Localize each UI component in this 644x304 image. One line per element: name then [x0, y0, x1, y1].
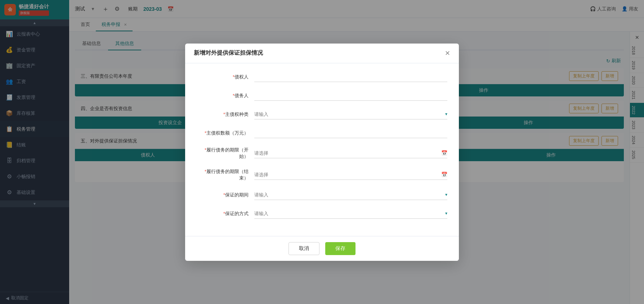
modal-footer: 取消 保存	[185, 236, 459, 261]
creditor-label: *债权人	[197, 74, 254, 80]
modal-close-button[interactable]: ✕	[445, 49, 450, 57]
guarantee-period-arrow-icon: ▾	[445, 192, 447, 197]
form-field-claim-type: *主债权种类 ▾	[197, 109, 447, 119]
cancel-button[interactable]: 取消	[289, 242, 319, 255]
guarantee-method-label: *保证的方式	[197, 210, 254, 217]
save-button[interactable]: 保存	[325, 242, 355, 255]
modal-body: *债权人 *债务人 *主债权种类 ▾	[185, 63, 459, 236]
claim-type-input[interactable]	[254, 112, 445, 117]
claim-type-select[interactable]: ▾	[254, 109, 447, 119]
period-end-label: *履行债务的期限（结束）	[197, 168, 254, 181]
guarantee-method-input[interactable]	[254, 211, 445, 216]
debtor-input[interactable]	[254, 91, 447, 101]
form-field-claim-amount: *主债权数额（万元）	[197, 128, 447, 138]
form-field-period-start: *履行债务的期限（开始） 📅	[197, 147, 447, 160]
period-end-input[interactable]	[254, 172, 441, 177]
period-start-input[interactable]	[254, 150, 441, 156]
modal-dialog: 新增对外提供保证担保情况 ✕ *债权人 *债务人 *主债权种类	[185, 44, 459, 261]
guarantee-period-label: *保证的期间	[197, 192, 254, 198]
form-field-debtor: *债务人	[197, 91, 447, 101]
modal-overlay[interactable]: 新增对外提供保证担保情况 ✕ *债权人 *债务人 *主债权种类	[0, 0, 644, 304]
period-end-date[interactable]: 📅	[254, 169, 447, 180]
form-field-period-end: *履行债务的期限（结束） 📅	[197, 168, 447, 181]
form-field-guarantee-method: *保证的方式 ▾	[197, 209, 447, 219]
modal-title: 新增对外提供保证担保情况	[194, 49, 263, 57]
guarantee-period-input[interactable]	[254, 192, 445, 198]
creditor-input[interactable]	[254, 72, 447, 82]
modal-header: 新增对外提供保证担保情况 ✕	[185, 44, 459, 63]
guarantee-method-select[interactable]: ▾	[254, 209, 447, 219]
claim-amount-input[interactable]	[254, 128, 447, 138]
period-start-label: *履行债务的期限（开始）	[197, 147, 254, 160]
period-start-calendar-icon[interactable]: 📅	[441, 150, 447, 156]
claim-type-arrow-icon: ▾	[445, 112, 447, 117]
guarantee-period-select[interactable]: ▾	[254, 190, 447, 200]
claim-type-label: *主债权种类	[197, 111, 254, 118]
period-start-date[interactable]: 📅	[254, 148, 447, 158]
debtor-label: *债务人	[197, 92, 254, 99]
form-field-creditor: *债权人	[197, 72, 447, 82]
form-field-guarantee-period: *保证的期间 ▾	[197, 190, 447, 200]
claim-amount-label: *主债权数额（万元）	[197, 130, 254, 136]
guarantee-method-arrow-icon: ▾	[445, 211, 447, 216]
period-end-calendar-icon[interactable]: 📅	[441, 172, 447, 177]
